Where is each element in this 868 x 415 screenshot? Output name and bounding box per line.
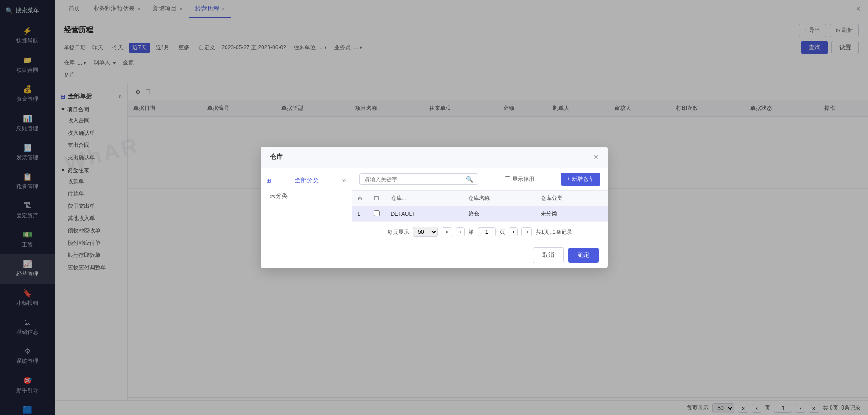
modal-row-name: 总仓 — [463, 206, 535, 222]
cancel-button[interactable]: 取消 — [533, 247, 564, 263]
modal-col-check: ☐ — [368, 191, 385, 206]
modal-row-checkbox[interactable] — [374, 210, 380, 216]
modal-body: ⊞ 全部分类 » 未分类 🔍 显示停用 — [261, 168, 608, 242]
modal-per-page-select[interactable]: 501020100 — [413, 227, 438, 237]
modal-uncategorized-label: 未分类 — [270, 192, 288, 199]
modal-title: 仓库 — [270, 153, 283, 161]
modal-search-input[interactable] — [364, 176, 463, 183]
modal-prev-page[interactable]: ‹ — [456, 227, 465, 236]
modal-search-icon: 🔍 — [466, 176, 473, 183]
modal-page-suffix: 页 — [500, 228, 505, 236]
modal-row-category: 未分类 — [535, 206, 608, 222]
modal-header: 仓库 × — [261, 147, 608, 168]
modal-uncategorized[interactable]: 未分类 — [261, 188, 352, 204]
modal-last-page[interactable]: » — [521, 227, 532, 236]
modal-per-page-label: 每页显示 — [387, 228, 409, 236]
modal-col-name: 仓库名称 — [463, 191, 535, 206]
modal-footer: 取消 确定 — [261, 242, 608, 268]
modal-all-category[interactable]: ⊞ 全部分类 » — [261, 173, 352, 188]
grid-icon-modal: ⊞ — [266, 177, 271, 184]
modal-overlay: 仓库 × ⊞ 全部分类 » 未分类 — [0, 0, 868, 415]
modal-row-code: DEFAULT — [385, 206, 463, 222]
modal-warehouse-table: ⚙ ☐ 仓库... 仓库名称 仓库分类 1 DEFAULT — [352, 191, 608, 222]
modal-col-gear: ⚙ — [352, 191, 368, 206]
modal-page-input[interactable] — [478, 227, 496, 236]
modal-category-panel: ⊞ 全部分类 » 未分类 — [261, 168, 352, 242]
modal-total: 共1页, 1条记录 — [536, 228, 572, 236]
modal-page-label: 第 — [468, 228, 474, 236]
modal-pagination: 每页显示 501020100 « ‹ 第 页 › » 共1页, 1条记录 — [352, 222, 608, 242]
show-disabled-label[interactable]: 显示停用 — [505, 175, 534, 183]
confirm-button[interactable]: 确定 — [568, 248, 599, 263]
modal-first-page[interactable]: « — [442, 227, 452, 236]
show-disabled-checkbox[interactable] — [505, 176, 510, 182]
add-warehouse-button[interactable]: + 新增仓库 — [561, 173, 600, 186]
modal-col-category: 仓库分类 — [535, 191, 608, 206]
modal-close-icon[interactable]: × — [594, 153, 599, 161]
modal-next-page[interactable]: › — [509, 227, 518, 236]
modal-table-container: ⚙ ☐ 仓库... 仓库名称 仓库分类 1 DEFAULT — [352, 191, 608, 222]
modal-table-row[interactable]: 1 DEFAULT 总仓 未分类 — [352, 206, 608, 222]
modal-col-id: 仓库... — [385, 191, 463, 206]
modal-right-panel: 🔍 显示停用 + 新增仓库 ⚙ ☐ — [352, 168, 608, 242]
modal-row-check[interactable] — [368, 206, 385, 222]
modal-search-box[interactable]: 🔍 — [359, 173, 478, 185]
modal-toolbar: 🔍 显示停用 + 新增仓库 — [352, 168, 608, 191]
modal-collapse-icon[interactable]: » — [342, 177, 346, 184]
modal-all-category-label: 全部分类 — [295, 176, 319, 184]
warehouse-modal: 仓库 × ⊞ 全部分类 » 未分类 — [261, 147, 608, 268]
modal-row-id: 1 — [352, 206, 368, 222]
